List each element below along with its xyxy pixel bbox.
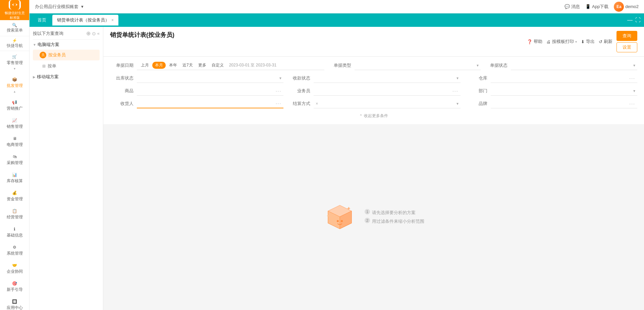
sidebar-item-appcenter[interactable]: 🔲 应用中心 [0,296,29,310]
edit-scheme-icon[interactable]: ⊙ [92,31,96,36]
tab-home[interactable]: 首页 [33,15,51,25]
newbie-icon: 🎯 [12,281,17,286]
date-tab-more[interactable]: 更多 [196,62,208,69]
receipt-status-dropdown-icon[interactable]: ▾ [457,76,459,81]
collapse-bar[interactable]: ⌃ 收起更多条件 [110,112,637,120]
salesman-field[interactable]: ··· [314,86,460,96]
consignee-field[interactable]: ··· [137,99,283,108]
salesman-dots-icon[interactable]: ··· [452,88,459,94]
salesman-label: 业务员 [287,88,310,94]
help-btn[interactable]: ❓ 帮助 [527,39,542,45]
empty-state-content: ✦ ✦ 1 请先选择要分析的方案 2 用过滤条件来缩小分析范围 [323,200,424,234]
out-status-field[interactable]: ▾ [137,73,283,83]
pc-section-title[interactable]: ▼ 电脑端方案 [33,42,100,48]
tip-item-2: 2 用过滤条件来缩小分析范围 [365,217,424,226]
sidebar-item-finance[interactable]: 💰 资金管理 [0,187,29,205]
sidebar: 畅捷信好生意 标准版 🔍搜索菜单 ⚡快捷导航 🛒 零售管理 ▾ 📦 批发管理 ▴… [0,0,30,310]
sidebar-item-operations[interactable]: 📋 经营管理 [0,205,29,223]
left-panel-header: 按以下方案查询 ⊕ ⊙ « [33,30,100,37]
date-tab-7days[interactable]: 近7天 [180,62,195,69]
sidebar-quicknav[interactable]: ⚡快捷导航 [0,36,29,51]
collapse-panel-icon[interactable]: « [97,31,100,36]
brand-dots-icon[interactable]: ··· [629,101,635,106]
scheme-group-pc: ▼ 电脑端方案 员 按业务员 ⊞ 按单 [33,42,100,71]
type-dropdown-icon[interactable]: ▾ [477,63,479,68]
filter-row-1: 单据日期 上月 本月 本年 近7天 更多 自定义 2023-03-01 至 20… [110,61,637,70]
purchase-icon: 🛍 [13,154,17,159]
status-field[interactable]: ▾ [511,61,637,70]
btn-group-right: 查询 设置 [616,31,637,52]
inner-layout: 按以下方案查询 ⊕ ⊙ « ▼ 电脑端方案 员 按业务员 [30,27,644,310]
page-content: 按以下方案查询 ⊕ ⊙ « ▼ 电脑端方案 员 按业务员 [30,27,644,310]
settlement-field[interactable]: × ▾ [314,99,460,108]
sidebar-item-system[interactable]: ⚙ 系统管理 [0,242,29,260]
export-btn[interactable]: ⬇ 导出 [581,39,595,45]
sidebar-item-retail[interactable]: 🛒 零售管理 ▾ [0,51,29,74]
left-panel: 按以下方案查询 ⊕ ⊙ « ▼ 电脑端方案 员 按业务员 [30,27,103,310]
sub-icon: ⊞ [42,64,46,68]
refresh-btn[interactable]: ↺ 刷新 [599,39,612,45]
brand-field[interactable]: ··· [491,99,637,108]
filter-row-3: 商品 ··· 业务员 ··· 部门 ▾ [110,86,637,96]
mobile-arrow: ▶ [33,75,36,79]
status-dropdown-icon[interactable]: ▾ [633,63,635,68]
breadcrumb: 办公用品行业模拟账套 ▾ [35,4,84,10]
user-avatar-btn[interactable]: Ea demo2 [614,2,639,12]
tip-item-1: 1 请先选择要分析的方案 [365,208,424,217]
page-title: 销货单统计表(按业务员) [110,31,174,43]
product-field[interactable]: ··· [137,86,283,96]
date-tab-custom[interactable]: 自定义 [210,62,226,69]
sidebar-search[interactable]: 🔍搜索菜单 [0,20,29,36]
sidebar-item-purchase[interactable]: 🛍 采购管理 [0,151,29,169]
empty-tips: 1 请先选择要分析的方案 2 用过滤条件来缩小分析范围 [365,208,424,226]
receipt-status-label: 收款状态 [287,75,310,81]
filter-area: 单据日期 上月 本月 本年 近7天 更多 自定义 2023-03-01 至 20… [103,57,644,124]
mobile-section[interactable]: ▶ 移动端方案 [33,74,100,80]
tab-bar-actions: — ⛶ [627,17,641,23]
consignee-dots-icon[interactable]: ··· [276,101,282,106]
date-range-text: 2023-03-01 至 2023-03-31 [229,62,276,68]
svg-point-7 [341,220,343,222]
tab-close-icon[interactable]: × [111,18,114,22]
warehouse-field[interactable]: ··· [491,73,637,83]
product-dots-icon[interactable]: ··· [276,88,282,94]
settlement-clear-icon[interactable]: × [316,101,318,106]
out-status-dropdown-icon[interactable]: ▾ [279,76,281,81]
message-btn[interactable]: 💬 消息 [565,4,580,10]
sidebar-item-marketing[interactable]: 📢 营销推广 [0,97,29,115]
add-scheme-icon[interactable]: ⊕ [86,30,91,37]
dept-dropdown-icon[interactable]: ▾ [633,89,635,93]
settlement-dropdown-icon[interactable]: ▾ [457,101,459,106]
setup-button[interactable]: 设置 [616,42,637,52]
scheme-sub-order[interactable]: ⊞ 按单 [33,61,100,71]
tab-sales-stat[interactable]: 销货单统计表（按业务员） × [52,15,118,25]
dept-field[interactable]: ▾ [491,86,637,96]
date-tab-lastmonth[interactable]: 上月 [139,62,151,69]
date-tab-thisyear[interactable]: 本年 [167,62,179,69]
collapse-label: 收起更多条件 [364,113,388,119]
app-title: 办公用品行业模拟账套 [35,4,78,10]
message-icon: 💬 [565,4,570,9]
sidebar-item-newbie[interactable]: 🎯 新手引导 [0,278,29,296]
date-tab-thismonth[interactable]: 本月 [152,62,166,69]
svg-point-1 [13,3,16,6]
window-max-icon[interactable]: ⛶ [635,17,641,23]
sidebar-item-inventory[interactable]: 📊 库存核算 [0,169,29,187]
warehouse-dots-icon[interactable]: ··· [629,75,635,81]
type-field[interactable]: ▾ [355,61,481,70]
receipt-status-field[interactable]: ▾ [314,73,460,83]
sidebar-item-wholesale[interactable]: 📦 批发管理 ▴ [0,74,29,97]
print-btn[interactable]: 🖨 按模板打印 ▾ [546,39,577,45]
sidebar-item-sales[interactable]: 📈 销售管理 [0,115,29,133]
scheme-item-salesman[interactable]: 员 按业务员 [33,50,100,60]
app-download-btn[interactable]: 📱 App下载 [585,4,608,10]
query-button[interactable]: 查询 [616,31,637,41]
window-min-icon[interactable]: — [627,17,633,23]
svg-point-6 [337,220,339,222]
date-tabs: 上月 本月 本年 近7天 更多 自定义 [139,62,226,69]
dept-label: 部门 [464,88,487,94]
pc-section-arrow: ▼ [33,43,36,47]
sidebar-item-corp-collab[interactable]: 🤝 企业协同 [0,260,29,278]
sidebar-item-ecommerce[interactable]: 🖥 电商管理 [0,133,29,151]
sidebar-item-basic[interactable]: ℹ 基础信息 [0,223,29,242]
